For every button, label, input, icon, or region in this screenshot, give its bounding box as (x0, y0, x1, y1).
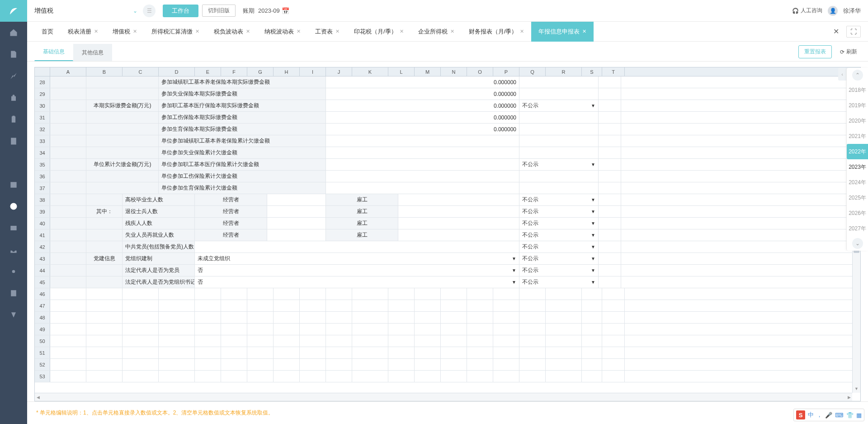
empty-cell[interactable] (352, 335, 388, 347)
empty-cell[interactable] (123, 288, 159, 300)
nav-card-icon[interactable] (0, 217, 27, 239)
year-2024年[interactable]: 2024年 (847, 175, 868, 190)
empty-cell[interactable] (441, 300, 467, 311)
dropdown-icon[interactable]: ▼ (512, 256, 516, 261)
row-header-44[interactable]: 44 (35, 265, 50, 276)
empty-cell[interactable] (247, 324, 274, 335)
ime-keyboard-icon[interactable]: ⌨ (835, 412, 844, 419)
empty-cell[interactable] (159, 300, 195, 311)
empty-cell[interactable] (602, 335, 625, 347)
empty-cell[interactable] (300, 335, 326, 347)
empty-cell[interactable] (247, 359, 274, 370)
empty-cell[interactable] (221, 347, 247, 358)
dropdown-icon[interactable]: ▼ (591, 197, 595, 202)
value-cell2[interactable] (398, 206, 519, 217)
close-all-tabs-icon[interactable]: ✕ (830, 25, 843, 38)
empty-cell[interactable] (388, 324, 415, 335)
nav-text-icon[interactable] (0, 152, 27, 174)
empty-cell[interactable] (388, 288, 415, 300)
empty-cell[interactable] (546, 288, 582, 300)
col-header-P[interactable]: P (493, 67, 519, 76)
empty-cell[interactable] (86, 288, 123, 300)
empty-cell[interactable] (123, 312, 159, 323)
year-up-icon[interactable]: ⌃ (852, 70, 863, 81)
empty-cell[interactable] (467, 324, 493, 335)
close-icon[interactable]: ✕ (246, 29, 250, 34)
year-2023年[interactable]: 2023年 (847, 159, 868, 175)
nav-tray-icon[interactable] (0, 239, 27, 261)
row-header-30[interactable]: 30 (35, 100, 50, 111)
empty-cell[interactable] (546, 324, 582, 335)
row-header-49[interactable]: 49 (35, 324, 50, 335)
empty-cell[interactable] (123, 347, 159, 358)
empty-cell[interactable] (582, 371, 602, 382)
refresh-button[interactable]: ⟳ 刷新 (836, 46, 861, 58)
row-header-37[interactable]: 37 (35, 182, 50, 194)
empty-cell[interactable] (247, 371, 274, 382)
record-icon[interactable]: ☰ (143, 5, 156, 17)
value-cell[interactable]: 0.000000 (326, 88, 519, 100)
tab-6[interactable]: 工资表✕ (308, 22, 347, 42)
empty-cell[interactable] (300, 371, 326, 382)
empty-cell[interactable] (467, 335, 493, 347)
year-2021年[interactable]: 2021年 (847, 129, 868, 144)
close-icon[interactable]: ✕ (94, 29, 98, 34)
value-cell[interactable]: 0.000000 (326, 76, 519, 88)
empty-cell[interactable] (519, 347, 546, 358)
empty-cell[interactable] (86, 324, 123, 335)
nav-home-icon[interactable] (0, 22, 27, 43)
dropdown-icon[interactable]: ▼ (591, 256, 595, 261)
col-header-I[interactable]: I (300, 67, 326, 76)
empty-cell[interactable] (159, 347, 195, 358)
empty-cell[interactable] (582, 300, 602, 311)
close-icon[interactable]: ✕ (520, 29, 524, 34)
empty-cell[interactable] (546, 312, 582, 323)
empty-cell[interactable] (441, 347, 467, 358)
empty-cell[interactable] (519, 359, 546, 370)
value-cell[interactable] (326, 171, 519, 182)
reset-report-button[interactable]: 重置报表 (798, 45, 832, 58)
publicity-cell[interactable] (519, 112, 599, 123)
empty-cell[interactable] (247, 312, 274, 323)
year-2026年[interactable]: 2026年 (847, 205, 868, 221)
empty-cell[interactable] (123, 335, 159, 347)
close-icon[interactable]: ✕ (450, 29, 454, 34)
row-header-51[interactable]: 51 (35, 347, 50, 358)
empty-cell[interactable] (493, 312, 519, 323)
close-icon[interactable]: ✕ (335, 29, 340, 34)
empty-cell[interactable] (467, 359, 493, 370)
empty-cell[interactable] (582, 312, 602, 323)
consult-button[interactable]: 🎧 人工咨询 (792, 7, 822, 14)
scroll-down-icon[interactable]: ▼ (853, 386, 860, 393)
tab-3[interactable]: 所得税汇算清缴✕ (144, 22, 207, 42)
empty-cell[interactable] (326, 300, 352, 311)
tab-5[interactable]: 纳税波动表✕ (257, 22, 308, 42)
empty-cell[interactable] (493, 359, 519, 370)
empty-cell[interactable] (326, 288, 352, 300)
empty-cell[interactable] (388, 312, 415, 323)
empty-cell[interactable] (582, 347, 602, 358)
value-cell[interactable] (326, 147, 519, 158)
empty-cell[interactable] (493, 324, 519, 335)
nav-chart-icon[interactable] (0, 65, 27, 87)
publicity-cell[interactable]: 不公示▼ (519, 194, 599, 205)
col-header-G[interactable]: G (247, 67, 274, 76)
empty-cell[interactable] (388, 335, 415, 347)
value-cell[interactable]: 0.000000 (326, 100, 519, 111)
year-panel-collapse-icon[interactable]: ‹ (838, 68, 846, 81)
publicity-cell[interactable] (519, 182, 599, 194)
value-cell[interactable]: 0.000000 (326, 112, 519, 123)
col-header-R[interactable]: R (546, 67, 582, 76)
dropdown-icon[interactable]: ▼ (591, 268, 595, 273)
value-cell2[interactable] (398, 229, 519, 241)
empty-cell[interactable] (86, 335, 123, 347)
empty-cell[interactable] (546, 359, 582, 370)
nav-gear-icon[interactable] (0, 261, 27, 282)
empty-cell[interactable] (326, 324, 352, 335)
value-cell[interactable]: 0.000000 (326, 124, 519, 135)
empty-cell[interactable] (159, 371, 195, 382)
col-header-F[interactable]: F (221, 67, 247, 76)
empty-cell[interactable] (519, 288, 546, 300)
nav-bag-icon[interactable] (0, 87, 27, 109)
empty-cell[interactable] (352, 359, 388, 370)
